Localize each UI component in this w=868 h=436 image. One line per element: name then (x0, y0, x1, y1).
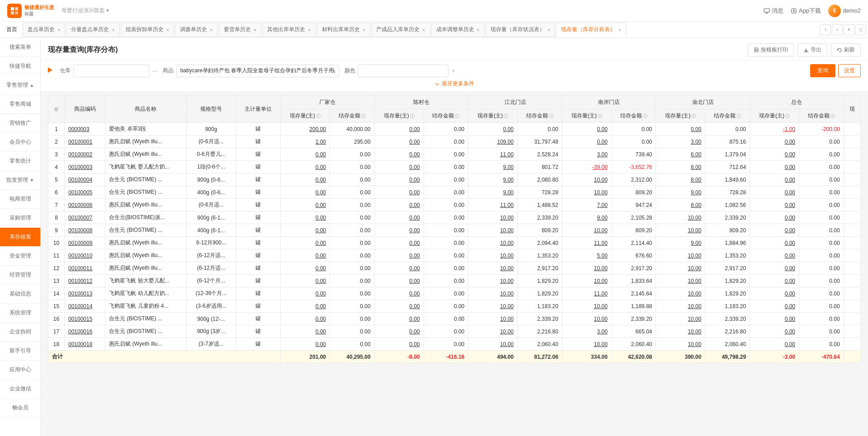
sidebar-item-ecommerce[interactable]: 电商管理 (0, 190, 40, 209)
cell-c2-qty[interactable]: 0.00 (374, 199, 424, 211)
tab-stock1[interactable]: 盘点单历史 × (23, 23, 65, 37)
filter-toggle-btn[interactable] (48, 67, 52, 73)
user-menu[interactable]: E demo2 (828, 5, 861, 17)
cell-c2-qty[interactable]: 0.00 (374, 325, 424, 338)
tab-stock6[interactable]: 其他出库单历史 × (262, 23, 316, 37)
sidebar-item-marketing[interactable]: 营销推广 (0, 114, 40, 133)
tab-next-btn[interactable]: › (832, 24, 843, 35)
info-icon-yb-amt[interactable]: ⓘ (736, 113, 741, 119)
tab-close-stock10[interactable]: × (547, 27, 550, 33)
cell-c3-qty[interactable]: 10.00 (468, 287, 518, 300)
cell-c3-qty[interactable]: 9.00 (468, 161, 518, 173)
cell-c1-qty[interactable]: 0.00 (281, 211, 330, 224)
cell-code[interactable]: 00100015 (65, 313, 105, 325)
cell-c5-qty[interactable]: 9.00 (656, 186, 705, 199)
cell-c5-qty[interactable]: 10.00 (656, 211, 705, 224)
cell-c3-qty[interactable]: 9.00 (468, 186, 518, 199)
warehouse-input[interactable] (73, 65, 149, 77)
sidebar-item-purchase[interactable]: 采购管理 (0, 209, 40, 228)
cell-c5-qty[interactable]: 10.00 (656, 300, 705, 313)
cell-tot-qty[interactable]: 0.00 (750, 313, 799, 325)
sidebar-item-retail-shop[interactable]: 零售商城 (0, 95, 40, 114)
sidebar-item-retail-stats[interactable]: 零售统计 (0, 152, 40, 171)
cell-c2-qty[interactable]: 0.00 (374, 173, 424, 186)
cell-code[interactable]: 00100013 (65, 287, 105, 300)
cell-c4-qty[interactable]: 10.00 (562, 313, 611, 325)
cell-c3-qty[interactable]: 10.00 (468, 338, 518, 351)
cell-tot-qty[interactable]: 0.00 (750, 325, 799, 338)
cell-c1-qty[interactable]: 200.00 (281, 123, 330, 136)
cell-c2-qty[interactable]: 0.00 (374, 338, 424, 351)
cell-c1-qty[interactable]: 0.00 (281, 186, 330, 199)
sidebar-item-system[interactable]: 系统管理 (0, 304, 40, 323)
tab-stock7[interactable]: 材料出库单历史 × (317, 23, 370, 37)
cell-c5-qty[interactable]: 10.00 (656, 262, 705, 275)
cell-c2-qty[interactable]: 0.00 (374, 287, 424, 300)
tab-stock8[interactable]: 产成品入库单历史 × (371, 23, 430, 37)
cell-c1-qty[interactable]: 0.00 (281, 313, 330, 325)
cell-c3-qty[interactable]: 10.00 (468, 325, 518, 338)
tab-close-stock5[interactable]: × (254, 27, 256, 33)
app-download-btn[interactable]: App下载 (791, 7, 821, 15)
info-icon-jb-qty[interactable]: ⓘ (504, 113, 508, 119)
cell-c5-qty[interactable]: 10.00 (656, 325, 705, 338)
info-icon-na-amt[interactable]: ⓘ (643, 113, 647, 119)
cell-c5-qty[interactable]: 10.00 (656, 338, 705, 351)
cell-tot-qty[interactable]: 0.00 (750, 173, 799, 186)
tab-close-stock3[interactable]: × (166, 27, 169, 33)
cell-c5-qty[interactable]: 8.00 (656, 161, 705, 173)
cell-c4-qty[interactable]: 9.00 (562, 211, 611, 224)
cell-c1-qty[interactable]: 0.00 (281, 224, 330, 237)
cell-c4-qty[interactable]: 10.00 (562, 224, 611, 237)
cell-code[interactable]: 00100010 (65, 249, 105, 262)
tab-stock4[interactable]: 调拨单历史 × (175, 23, 217, 37)
tab-stock2[interactable]: 分量盘点单历史 × (66, 23, 119, 37)
cell-c2-qty[interactable]: 0.00 (374, 237, 424, 249)
cell-tot-qty[interactable]: 0.00 (750, 237, 799, 249)
cell-tot-qty[interactable]: 0.00 (750, 275, 799, 287)
tab-close-stock4[interactable]: × (210, 27, 212, 33)
info-icon-tot-amt[interactable]: ⓘ (830, 113, 835, 119)
sidebar-item-retail[interactable]: 零售管理 ▲ (0, 76, 40, 95)
cell-c2-qty[interactable]: 0.00 (374, 224, 424, 237)
cell-tot-qty[interactable]: 0.00 (750, 136, 799, 148)
cell-c4-qty[interactable]: -39.00 (562, 161, 611, 173)
export-btn[interactable]: 导出 (797, 43, 827, 56)
tab-prev-btn[interactable]: ‹ (820, 24, 831, 35)
refresh-btn[interactable]: 刷新 (831, 43, 861, 56)
cell-c5-qty[interactable]: 10.00 (656, 287, 705, 300)
cell-c3-qty[interactable]: 11.00 (468, 199, 518, 211)
info-icon-jb-amt[interactable]: ⓘ (549, 113, 553, 119)
tab-close-btn[interactable]: × (844, 24, 854, 35)
tab-stock5[interactable]: 要货单历史 × (219, 23, 261, 37)
cell-c3-qty[interactable]: 10.00 (468, 300, 518, 313)
color-input[interactable] (358, 65, 448, 77)
cell-c2-qty[interactable]: 0.00 (374, 148, 424, 161)
cell-c2-qty[interactable]: 0.00 (374, 136, 424, 148)
info-icon-cc-amt[interactable]: ⓘ (455, 113, 459, 119)
tab-expand-btn[interactable]: □ (855, 24, 866, 35)
cell-c3-qty[interactable]: 10.00 (468, 237, 518, 249)
tab-close-stock2[interactable]: × (112, 27, 114, 33)
sidebar-item-enterprise[interactable]: 企业协同 (0, 323, 40, 342)
cell-tot-qty[interactable]: 0.00 (750, 338, 799, 351)
sidebar-item-guide[interactable]: 新手引导 (0, 342, 40, 361)
cell-c1-qty[interactable]: 0.00 (281, 300, 330, 313)
cell-c4-qty[interactable]: 0.00 (562, 123, 611, 136)
cell-c2-qty[interactable]: 0.00 (374, 186, 424, 199)
cell-c2-qty[interactable]: 0.00 (374, 313, 424, 325)
cell-tot-qty[interactable]: 0.00 (750, 211, 799, 224)
color-dropdown-icon[interactable]: ▾ (452, 68, 455, 74)
cell-c3-qty[interactable]: 10.00 (468, 211, 518, 224)
tab-stock11[interactable]: 现存量（库存分布表） × (556, 23, 626, 37)
cell-c1-qty[interactable]: 1.00 (281, 136, 330, 148)
info-icon-yb-qty[interactable]: ⓘ (691, 113, 696, 119)
tab-home[interactable]: 首页 (2, 23, 22, 37)
tab-close-stock11[interactable]: × (618, 27, 621, 33)
cell-c5-qty[interactable]: 0.00 (656, 123, 705, 136)
cell-code[interactable]: 00100011 (65, 262, 105, 275)
cell-code[interactable]: 00100003 (65, 161, 105, 173)
cell-c1-qty[interactable]: 0.00 (281, 199, 330, 211)
cell-c4-qty[interactable]: 0.00 (562, 136, 611, 148)
info-icon-cj-qty[interactable]: ⓘ (316, 113, 321, 119)
